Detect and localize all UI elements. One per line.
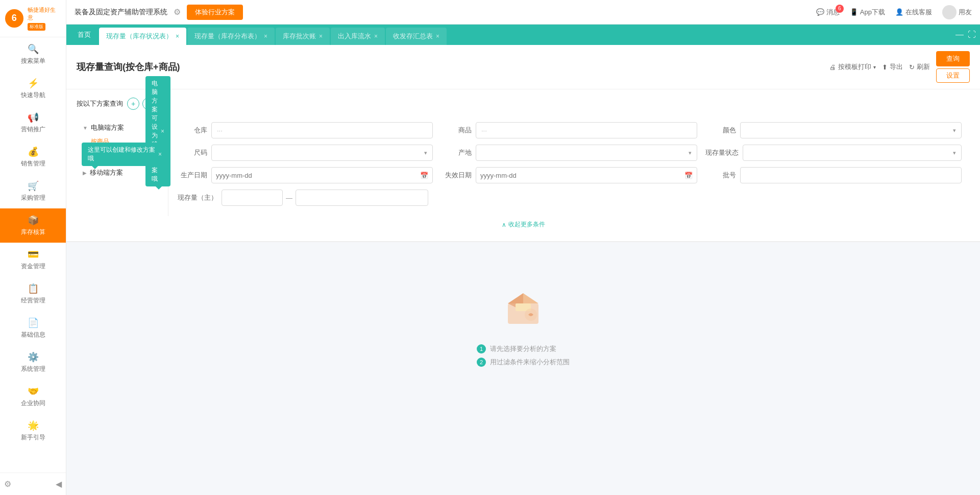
search-icon: 🔍 (28, 43, 39, 55)
desktop-group-label: 电脑端方案 (91, 123, 124, 132)
app-download-label: App下载 (860, 8, 885, 17)
prod-date-calendar-icon[interactable]: 📅 (416, 172, 432, 179)
tab-minimize-icon[interactable]: — (955, 30, 964, 39)
empty-state: 1 请先选择要分析的方案 2 用过滤条件来缩小分析范围 (66, 242, 980, 410)
tab-close-inventory-dist[interactable]: × (264, 33, 267, 40)
sidebar-item-operations[interactable]: 📋 经营管理 (0, 277, 66, 311)
printer-icon: 🖨 (829, 63, 836, 71)
empty-illustration (498, 283, 549, 334)
tab-inventory-dist[interactable]: 现存量（库存分布表） × (187, 28, 275, 45)
support-icon: 👤 (895, 8, 903, 16)
filter-size: 尺码 ▾ (177, 145, 433, 161)
notification-btn[interactable]: 💬 6 消息 (816, 8, 840, 17)
template-print-label: 按模板打印 (838, 62, 871, 72)
tip-num-2: 2 (477, 358, 486, 367)
origin-select[interactable]: ▾ (476, 145, 697, 161)
color-label: 颜色 (705, 126, 736, 135)
sidebar-item-inventory[interactable]: 📦 库存核算 (0, 208, 66, 243)
sidebar-item-label: 系统管理 (21, 365, 45, 373)
filter-label: 按以下方案查询 (77, 99, 123, 108)
exp-date-input[interactable] (476, 169, 680, 182)
sidebar-item-marketing[interactable]: 📢 营销推广 (0, 106, 66, 140)
sidebar-item-label: 资金管理 (21, 262, 45, 271)
refresh-btn[interactable]: ↻ 刷新 (909, 62, 930, 72)
tab-close-batch-account[interactable]: × (319, 33, 323, 40)
filter-product: 商品 ··· (441, 122, 697, 138)
gear-icon: ⚙️ (28, 351, 39, 363)
filter-body: ▼ 电脑端方案 按商品 按库位 ▶ 移动端 (77, 116, 970, 216)
prod-date-input-wrapper: 📅 (211, 167, 433, 183)
add-tooltip-wrapper: 电脑方案可设为移动方案哦 × (145, 76, 170, 186)
add-tooltip-close[interactable]: × (161, 128, 164, 135)
inventory-qty-from[interactable] (222, 190, 283, 206)
batch-no-input[interactable] (740, 167, 962, 183)
tab-collect-report[interactable]: 收发存汇总表 × (386, 28, 447, 45)
exp-date-calendar-icon[interactable]: 📅 (680, 172, 697, 179)
add-scheme-tooltip: 电脑方案可设为移动方案哦 × (145, 76, 170, 186)
filter-row-4: 现存量（主） — (177, 190, 962, 206)
tab-label: 库存批次账 (283, 32, 316, 41)
color-select[interactable]: ▾ (740, 122, 962, 138)
prod-date-input[interactable] (212, 169, 416, 182)
size-label: 尺码 (177, 148, 207, 157)
inventory-qty-to[interactable] (296, 190, 428, 206)
experience-btn[interactable]: 体验行业方案 (187, 5, 243, 20)
megaphone-icon: 📢 (28, 112, 39, 123)
tab-in-out-flow[interactable]: 出入库流水 × (331, 28, 385, 45)
sidebar-item-label: 销售管理 (21, 159, 45, 168)
template-print-btn[interactable]: 🖨 按模板打印 ▾ (829, 62, 876, 72)
topbar: 装备及固定资产辅助管理系统 ⚙ 体验行业方案 💬 6 消息 📱 App下载 👤 … (66, 0, 980, 25)
topbar-right: 💬 6 消息 📱 App下载 👤 在线客服 用友 (816, 5, 972, 19)
settings-btn[interactable]: 设置 (936, 68, 970, 83)
app-download-btn[interactable]: 📱 App下载 (850, 8, 885, 17)
sidebar-item-finance[interactable]: 💳 资金管理 (0, 243, 66, 277)
tip-item-1: 1 请先选择要分析的方案 (477, 342, 570, 356)
product-label: 商品 (441, 126, 472, 135)
sidebar-item-system[interactable]: ⚙️ 系统管理 (0, 345, 66, 380)
sidebar-item-enterprise[interactable]: 🤝 企业协同 (0, 380, 66, 414)
tab-batch-account[interactable]: 库存批次账 × (276, 28, 330, 45)
collapse-chevron-icon: ∧ (502, 221, 506, 228)
tab-close-collect-report[interactable]: × (436, 33, 439, 40)
edit-tooltip-text: 这里可以创建和修改方案哦 (88, 146, 155, 163)
sidebar-item-sales[interactable]: 💰 销售管理 (0, 140, 66, 174)
add-scheme-btn[interactable]: + (127, 98, 139, 110)
sidebar-item-search[interactable]: 🔍 搜索菜单 (0, 37, 66, 72)
export-btn[interactable]: ⬆ 导出 (882, 62, 903, 72)
exp-date-label: 失效日期 (441, 171, 472, 180)
collapse-bar[interactable]: ∧ 收起更多条件 (77, 216, 970, 233)
tabbar: 首页 现存量（库存状况表） × 现存量（库存分布表） × 库存批次账 × 出入库… (66, 25, 980, 45)
topbar-settings-icon[interactable]: ⚙ (174, 7, 181, 17)
sidebar-item-purchase[interactable]: 🛒 采购管理 (0, 174, 66, 208)
tab-home[interactable]: 首页 (70, 25, 98, 45)
size-select[interactable]: ▾ (211, 145, 433, 161)
message-icon: 💬 (816, 8, 824, 16)
origin-chevron: ▾ (689, 150, 692, 156)
sidebar-item-quick-nav[interactable]: ⚡ 快速导航 (0, 72, 66, 106)
add-tooltip-text: 电脑方案可设为移动方案哦 (152, 79, 158, 183)
product-select[interactable]: ··· (476, 122, 697, 138)
tab-close-inventory-status[interactable]: × (176, 33, 179, 40)
sidebar-bottom: ⚙ ◀ (0, 473, 66, 495)
tab-inventory-status[interactable]: 现存量（库存状况表） × (99, 28, 186, 45)
filter-row-2: 尺码 ▾ 产地 ▾ (177, 145, 962, 161)
edit-tooltip-close[interactable]: × (158, 151, 162, 158)
sidebar-item-label: 新手引导 (21, 433, 45, 442)
query-btn[interactable]: 查询 (936, 51, 970, 66)
inventory-status-select[interactable]: ▾ (743, 145, 962, 161)
online-support-btn[interactable]: 👤 在线客服 (895, 8, 932, 17)
warehouse-select[interactable]: ··· (211, 122, 433, 138)
tab-label: 现存量（库存分布表） (194, 32, 261, 41)
sidebar-item-basic-info[interactable]: 📄 基础信息 (0, 311, 66, 345)
tab-actions: — ⛶ (955, 25, 976, 45)
collapse-sidebar-icon[interactable]: ◀ (56, 479, 62, 489)
empty-tips: 1 请先选择要分析的方案 2 用过滤条件来缩小分析范围 (477, 342, 570, 369)
tab-label: 收发存汇总表 (393, 32, 433, 41)
tab-close-in-out-flow[interactable]: × (374, 33, 378, 40)
logo-text: 畅捷通好生意 标准版 (28, 6, 61, 31)
user-btn[interactable]: 用友 (942, 5, 972, 19)
sidebar-item-guide[interactable]: 🌟 新手引导 (0, 414, 66, 448)
settings-bottom-icon[interactable]: ⚙ (4, 479, 11, 489)
tab-maximize-icon[interactable]: ⛶ (968, 30, 976, 39)
range-separator: — (286, 194, 292, 202)
